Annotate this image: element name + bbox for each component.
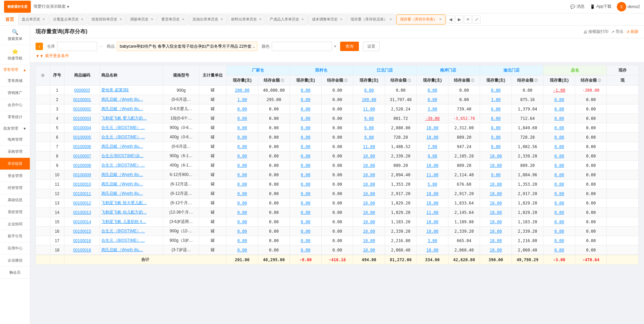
table-cell[interactable]: 00100012 [64, 198, 100, 208]
table-cell[interactable]: 10.00 [353, 208, 385, 217]
table-cell[interactable]: 0.00 [543, 227, 575, 236]
table-cell[interactable]: 0.00 [290, 198, 322, 208]
table-cell[interactable]: 合生元（BIOSTIME）… [100, 227, 163, 236]
table-cell[interactable]: 0.00 [543, 217, 575, 227]
table-cell[interactable]: 10.00 [417, 227, 448, 236]
table-cell[interactable]: 10.00 [353, 227, 385, 236]
table-cell[interactable]: 3.00 [480, 95, 512, 104]
table-cell[interactable]: 0.00 [543, 104, 575, 114]
table-cell[interactable]: 飞鹤星飞帆 婴儿配方奶… [100, 114, 163, 123]
tab-cost-adj[interactable]: 成本调整单历史 ✕ [308, 14, 346, 25]
table-cell[interactable]: 00100005 [64, 133, 100, 142]
table-cell[interactable]: 0.00 [417, 95, 448, 104]
table-cell[interactable]: 6.00 [480, 104, 512, 114]
table-cell[interactable]: 10.00 [353, 180, 385, 189]
th-settings[interactable]: ⚙ [36, 65, 50, 86]
table-cell[interactable]: 5.00 [417, 180, 448, 189]
table-cell[interactable]: 00100014 [64, 217, 100, 227]
table-cell[interactable]: 9.00 [353, 114, 385, 123]
table-cell[interactable]: 00100016 [64, 236, 100, 245]
table-cell[interactable]: 10.00 [480, 236, 512, 245]
table-cell[interactable]: 惠氏启赋（Wyeth illu… [100, 180, 163, 189]
table-cell[interactable]: 0.00 [290, 104, 322, 114]
table-cell[interactable]: 0.00 [290, 86, 322, 95]
company-selector[interactable]: 母婴行业演示陈套 ▾ [34, 4, 69, 9]
tab-close-icon[interactable]: ✕ [42, 17, 45, 21]
table-cell[interactable]: 0.00 [290, 161, 322, 170]
table-cell[interactable]: 00100018 [64, 245, 100, 255]
tab-close-icon[interactable]: ✕ [389, 17, 392, 21]
expand-conditions-btn[interactable]: ▼▼ 展开更多条件 [36, 53, 639, 59]
table-cell[interactable]: 飞鹤星飞帆 幼儿配方奶… [100, 208, 163, 217]
table-cell[interactable]: 10.00 [480, 217, 512, 227]
table-cell[interactable]: 0.00 [290, 170, 322, 180]
tab-combo-dismantled[interactable]: 组装拆卸单历史 ✕ [88, 14, 126, 25]
sidebar-item-member[interactable]: 会员中心 [0, 99, 30, 111]
table-cell[interactable]: 10.00 [353, 236, 385, 245]
sidebar-item-members[interactable]: 畅会员 [0, 267, 30, 279]
refresh-btn[interactable]: ↺ 刷新 [626, 29, 639, 35]
table-cell[interactable]: 00100006 [64, 142, 100, 151]
table-cell[interactable]: 0.00 [290, 227, 322, 236]
table-cell[interactable]: 00100003 [64, 114, 100, 123]
table-cell[interactable]: 00100010 [64, 180, 100, 189]
table-cell[interactable]: 0.00 [543, 133, 575, 142]
sidebar-item-app-center[interactable]: 应用中心 [0, 242, 30, 254]
table-cell[interactable]: 合生元（BIOSTIME）… [100, 236, 163, 245]
table-cell[interactable]: 0.00 [543, 245, 575, 255]
table-cell[interactable]: 0.00 [226, 123, 258, 133]
tab-close-icon[interactable]: ✕ [151, 17, 153, 21]
query-btn[interactable]: 查询 [340, 42, 359, 51]
table-cell[interactable]: 0.00 [417, 86, 448, 95]
table-cell[interactable]: 9.00 [480, 133, 512, 142]
table-cell[interactable]: 9.00 [480, 170, 512, 180]
table-cell[interactable]: 10.00 [417, 123, 448, 133]
table-cell[interactable]: 0.00 [226, 104, 258, 114]
table-cell[interactable]: 0.00 [226, 142, 258, 151]
sidebar-item-sys-mgmt[interactable]: 系统管理 [0, 206, 30, 218]
table-cell[interactable]: 10.00 [480, 189, 512, 198]
table-cell[interactable]: 00100001 [64, 95, 100, 104]
table-cell[interactable]: 0.00 [543, 180, 575, 189]
tab-close-icon[interactable]: ✕ [439, 17, 442, 21]
tab-close-all-btn[interactable]: ✕ [464, 15, 472, 24]
sidebar-item-wechat[interactable]: 企业微信 [0, 254, 30, 267]
table-cell[interactable]: 10.00 [480, 161, 512, 170]
table-cell[interactable]: 惠氏启赋（Wyeth illu… [100, 189, 163, 198]
table-cell[interactable]: 0.00 [543, 114, 575, 123]
tab-split-check[interactable]: 分量盘点单历史 ✕ [49, 14, 87, 25]
table-cell[interactable]: 惠氏启赋（Wyeth illu… [100, 142, 163, 151]
table-cell[interactable]: 10.00 [353, 189, 385, 198]
sidebar-item-inventory[interactable]: 库存核算 [0, 158, 30, 170]
setting-btn[interactable]: 设置 [363, 42, 380, 51]
table-cell[interactable]: 10.00 [417, 189, 448, 198]
table-cell[interactable]: 0.00 [290, 142, 322, 151]
table-cell[interactable]: 10.00 [353, 170, 385, 180]
table-cell[interactable]: 合生元（BIOSTIME）… [100, 123, 163, 133]
message-btn[interactable]: 💬 消息 [570, 4, 585, 9]
table-cell[interactable]: 0000003 [64, 86, 100, 95]
table-cell[interactable]: 10.00 [353, 245, 385, 255]
table-cell[interactable]: 10.00 [480, 208, 512, 217]
sidebar-item-newbie[interactable]: 新手引导 [0, 230, 30, 242]
app-download-btn[interactable]: 📱 App下载 [590, 4, 611, 9]
table-cell[interactable]: 0.00 [543, 123, 575, 133]
table-cell[interactable]: 0.00 [290, 95, 322, 104]
table-cell[interactable]: 00100007 [64, 151, 100, 161]
tab-expand-btn[interactable]: ⤢ [473, 15, 481, 24]
table-cell[interactable]: 8.00 [480, 142, 512, 151]
tab-stock-dist[interactable]: 现存量（库存分布表） ✕ [396, 14, 445, 25]
sidebar-item-enterprise[interactable]: 企业协同 [0, 218, 30, 230]
table-cell[interactable]: 0.00 [290, 180, 322, 189]
table-cell[interactable]: 8.00 [480, 114, 512, 123]
export-btn[interactable]: ↗ 导出 [611, 29, 624, 35]
table-cell[interactable]: 00100002 [64, 104, 100, 114]
sidebar-item-quicknav[interactable]: ⭐ 快捷导航 [0, 45, 30, 64]
sidebar-item-marketing[interactable]: 营销推广 [0, 87, 30, 99]
table-cell[interactable]: 0.00 [543, 151, 575, 161]
sidebar-item-operations[interactable]: 经营管理 [0, 182, 30, 194]
table-cell[interactable]: 9.00 [353, 133, 385, 142]
sidebar-item-basic-info[interactable]: 基础信息 [0, 194, 30, 206]
table-cell[interactable]: 0.00 [226, 161, 258, 170]
table-cell[interactable]: 爱他美 卤莱3段 [100, 86, 163, 95]
